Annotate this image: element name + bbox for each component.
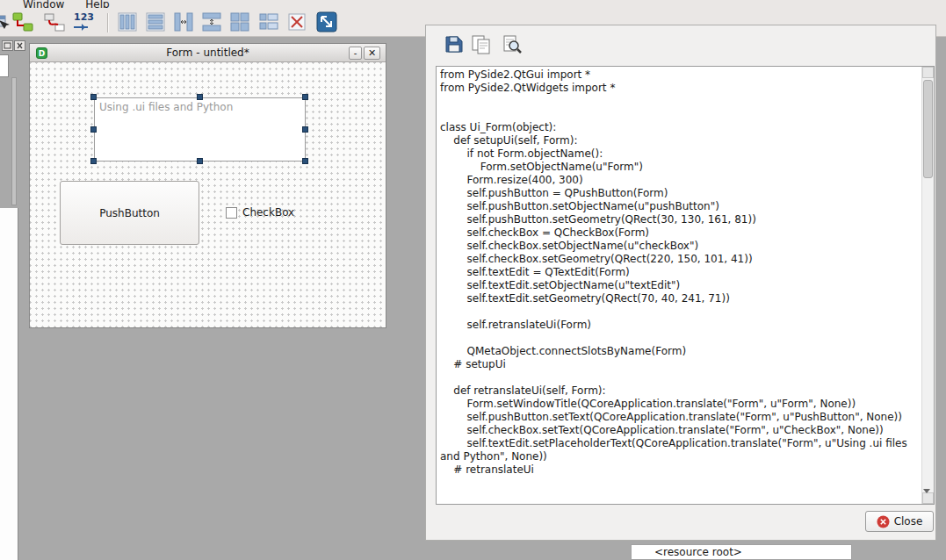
form-window-title: Form - untitled* (30, 44, 386, 62)
toolbar-separator (107, 13, 109, 32)
close-button[interactable]: Close (865, 511, 934, 532)
qt-designer-screen: { "menubar": { "items": ["Window", "Help… (0, 0, 946, 560)
edit-buddies-icon[interactable] (44, 11, 65, 32)
selection-handle-middle-right[interactable] (302, 126, 308, 133)
edit-tab-order-icon[interactable]: 123 (74, 11, 100, 32)
scroll-up-button[interactable] (922, 67, 934, 78)
layout-grid-icon[interactable] (229, 11, 250, 32)
scrollbar-thumb[interactable] (923, 80, 933, 178)
find-icon[interactable] (502, 34, 523, 55)
widgetbox-panel (0, 208, 18, 560)
form-minimize-button[interactable]: - (349, 47, 362, 60)
code-viewer[interactable]: from PySide2.QtGui import * from PySide2… (436, 66, 935, 505)
selection-handle-top-middle[interactable] (197, 94, 203, 100)
dock-float-button[interactable] (2, 40, 13, 51)
code-preview-dialog: from PySide2.QtGui import * from PySide2… (425, 25, 936, 541)
selection-handle-bottom-left[interactable] (90, 158, 97, 164)
textedit-widget[interactable]: Using .ui files and Python (94, 97, 306, 162)
form-editor-window: D Form - untitled* - ✕ Using .ui files a… (29, 43, 386, 328)
menu-help[interactable]: Help (85, 0, 109, 8)
scroll-down-button[interactable] (922, 492, 934, 504)
break-layout-icon[interactable] (286, 11, 307, 32)
menu-window[interactable]: Window (23, 0, 64, 8)
form-close-button[interactable]: ✕ (364, 47, 380, 60)
selection-handle-bottom-middle[interactable] (197, 158, 203, 164)
close-button-label: Close (894, 515, 923, 528)
layout-horizontal-splitter-icon[interactable] (173, 11, 194, 32)
selection-handle-top-right[interactable] (302, 94, 308, 100)
resource-browser-panel: <resource root> (631, 544, 852, 560)
layout-horizontal-icon[interactable] (117, 11, 138, 32)
layout-vertical-splitter-icon[interactable] (201, 11, 222, 32)
save-icon[interactable] (444, 34, 466, 55)
scroll-down-arrow-icon (923, 489, 930, 505)
widgetbox-filter-input[interactable] (0, 54, 9, 77)
layout-vertical-icon[interactable] (145, 11, 166, 32)
edit-signals-slots-icon[interactable] (12, 11, 33, 32)
close-x-icon (877, 515, 890, 528)
selection-handle-bottom-right[interactable] (302, 158, 308, 164)
copy-icon[interactable] (471, 34, 492, 55)
selection-handle-middle-left[interactable] (90, 126, 97, 133)
textedit-placeholder: Using .ui files and Python (99, 101, 233, 113)
checkbox-label: CheckBox (242, 206, 294, 219)
form-window-titlebar[interactable]: D Form - untitled* - ✕ (30, 44, 386, 62)
checkbox-widget[interactable] (226, 207, 237, 219)
resource-root-item[interactable]: <resource root> (654, 546, 742, 558)
widgetbox-scrollbar[interactable] (11, 77, 17, 205)
menubar: WindowHelp (23, 0, 131, 8)
selection-handle-top-left[interactable] (90, 94, 97, 100)
code-scrollbar[interactable] (921, 67, 934, 504)
pushbutton-label: PushButton (99, 207, 160, 219)
tab-order-arrow (74, 26, 88, 28)
tab-order-digits: 123 (74, 11, 100, 24)
generated-python-code[interactable]: from PySide2.QtGui import * from PySide2… (440, 68, 919, 477)
pushbutton-widget[interactable]: PushButton (60, 181, 199, 245)
dock-close-button[interactable] (14, 40, 25, 51)
layout-form-icon[interactable] (258, 11, 279, 32)
adjust-size-icon[interactable] (316, 11, 337, 32)
edit-widgets-icon[interactable] (0, 11, 10, 32)
